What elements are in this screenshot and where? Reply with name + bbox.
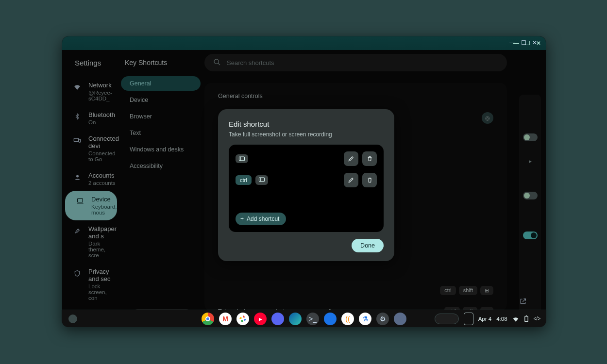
svg-rect-18: [524, 316, 527, 321]
delete-button[interactable]: [362, 173, 377, 187]
dialog-subtitle: Take full screenshot or screen recording: [229, 131, 384, 138]
edit-button[interactable]: [344, 173, 358, 187]
delete-button[interactable]: [362, 151, 377, 166]
done-button[interactable]: Done: [352, 239, 384, 252]
chrome-icon[interactable]: [202, 313, 214, 325]
phone-hub-icon[interactable]: [464, 313, 473, 325]
files-icon[interactable]: [324, 313, 337, 325]
tray-time: 4:08: [496, 316, 507, 322]
photos-icon[interactable]: [236, 313, 249, 325]
settings-icon[interactable]: ⚙: [376, 313, 389, 325]
tray-pill[interactable]: [435, 314, 459, 324]
svg-rect-16: [239, 157, 244, 161]
edit-button[interactable]: [344, 151, 358, 166]
shelf: M ▸ >_ (( ⚗ ⚙ Apr 4 4:08 </>: [62, 310, 546, 327]
launcher-button[interactable]: [68, 314, 77, 323]
app-icon[interactable]: ((: [341, 313, 354, 325]
edit-shortcut-dialog: Edit shortcut Take full screenshot or sc…: [218, 109, 394, 261]
shortcut-entry: [236, 151, 377, 166]
plus-icon: +: [240, 215, 244, 222]
shortcut-entry: ctrl: [236, 173, 377, 187]
svg-rect-17: [259, 178, 264, 182]
overview-key-icon: [255, 175, 268, 185]
terminal-icon[interactable]: >_: [306, 313, 319, 325]
system-tray[interactable]: Apr 4 4:08 </>: [435, 313, 540, 325]
settings-window: — ☐ ✕ — ☐ ✕ Settings Network@Reyee-sC4DD…: [62, 36, 546, 327]
add-shortcut-button[interactable]: + Add shortcut: [236, 213, 286, 225]
key-chip: ctrl: [236, 175, 252, 185]
app-icon[interactable]: ⚗: [359, 313, 371, 325]
wifi-icon: [512, 316, 519, 322]
overview-key-icon: [236, 154, 248, 163]
dialog-title: Edit shortcut: [229, 120, 384, 128]
discord-icon[interactable]: [271, 313, 284, 325]
dev-icon: </>: [534, 316, 540, 321]
edge-icon[interactable]: [289, 313, 302, 325]
gmail-icon[interactable]: M: [219, 313, 232, 325]
tray-date: Apr 4: [478, 316, 492, 322]
youtube-music-icon[interactable]: ▸: [254, 313, 267, 325]
battery-icon: [524, 315, 529, 322]
app-icon[interactable]: [394, 313, 406, 325]
shortcut-list: ctrl + Add shortcut: [229, 145, 384, 232]
